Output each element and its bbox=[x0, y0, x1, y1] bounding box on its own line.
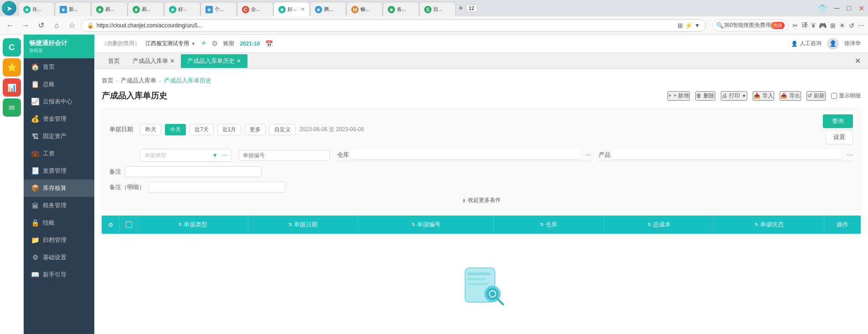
th-number[interactable]: ⇅ 单据编号 bbox=[358, 216, 494, 234]
browser-tab-2[interactable]: ◉ 新... bbox=[55, 2, 91, 16]
breadcrumb-home[interactable]: 首页 bbox=[102, 77, 113, 85]
warehouse-filter-input[interactable] bbox=[351, 149, 580, 160]
page-tab-history-close[interactable]: ✕ bbox=[236, 58, 241, 64]
number-filter-input[interactable] bbox=[239, 150, 330, 161]
bookmark-button[interactable]: ☆ bbox=[66, 19, 78, 32]
page-tab-history[interactable]: 产成品入库单历史 ✕ bbox=[181, 54, 247, 68]
add-account-button[interactable]: + bbox=[201, 39, 206, 48]
grid-icon[interactable]: ⊞ bbox=[678, 22, 683, 29]
sidebar-item-guide[interactable]: 📖 新手引导 bbox=[24, 266, 94, 283]
back-button[interactable]: ← bbox=[4, 19, 16, 32]
settings-button[interactable]: 设置 bbox=[826, 130, 853, 144]
user-consult-btn[interactable]: 👤 人工咨询 bbox=[791, 40, 822, 47]
th-date[interactable]: ⇅ 单据日期 bbox=[248, 216, 359, 234]
date-custom-btn[interactable]: 自定义 bbox=[269, 124, 296, 135]
sidebar-item-tax[interactable]: 🏛 税务管理 bbox=[24, 197, 94, 214]
browser-tab-9[interactable]: ◉ 腾... bbox=[310, 2, 346, 16]
note-filter-input[interactable] bbox=[125, 166, 262, 177]
theme-btn[interactable]: ☀ bbox=[839, 22, 845, 29]
browser-tab-11[interactable]: ◉ 各... bbox=[383, 2, 419, 16]
scissors-btn[interactable]: ✂ bbox=[792, 22, 798, 29]
browser-tab-7[interactable]: C 企... bbox=[237, 2, 273, 16]
th-warehouse[interactable]: ⇅ 仓库 bbox=[494, 216, 604, 234]
date-yesterday-btn[interactable]: 昨天 bbox=[140, 124, 161, 135]
browser-tab-8[interactable]: ◉ 好... ✕ bbox=[273, 2, 310, 16]
sidebar-item-home[interactable]: 🏠 首页 bbox=[24, 58, 94, 76]
browser-tab-3[interactable]: ◉ 易... bbox=[91, 2, 128, 16]
sidebar-item-ledger[interactable]: 📋 总账 bbox=[24, 76, 94, 93]
sidebar-item-cloud-reports[interactable]: 📈 云报表中心 bbox=[24, 93, 94, 110]
close-panel-button[interactable]: ✕ bbox=[855, 57, 861, 65]
date-1month-btn[interactable]: 近1月 bbox=[217, 124, 241, 135]
dropdown-arrow-icon[interactable]: ▼ bbox=[694, 22, 700, 29]
game-btn[interactable]: 🎮 bbox=[819, 22, 827, 29]
currency-btn[interactable]: ¥ bbox=[812, 22, 815, 29]
browser-tab-10[interactable]: M 畅... bbox=[346, 2, 383, 16]
show-fields-checkbox[interactable] bbox=[831, 93, 837, 99]
refresh-button[interactable]: ↺ 刷新 bbox=[806, 91, 826, 101]
date-7days-btn[interactable]: 近7天 bbox=[190, 124, 214, 135]
app-icon-chart[interactable]: 📊 bbox=[3, 78, 21, 97]
import-button[interactable]: 📥 导入 bbox=[753, 91, 774, 101]
show-fields-label[interactable]: 显示明细 bbox=[831, 92, 861, 100]
page-tab-home[interactable]: 首页 bbox=[102, 54, 126, 68]
refresh-button[interactable]: ↺ bbox=[35, 19, 47, 32]
account-settings-button[interactable]: ⚙ bbox=[211, 39, 218, 48]
th-checkbox[interactable] bbox=[120, 216, 138, 234]
type-select-dots[interactable]: ··· bbox=[221, 151, 227, 159]
sidebar-item-invoice[interactable]: 🧾 发票管理 bbox=[24, 162, 94, 180]
tab-close-8[interactable]: ✕ bbox=[301, 6, 305, 12]
app-icon-mail[interactable]: ✉ bbox=[3, 98, 21, 117]
browser-tab-4[interactable]: ◉ 易... bbox=[128, 2, 164, 16]
type-select[interactable]: 单据类型 ▼ ··· bbox=[140, 149, 231, 162]
select-all-checkbox[interactable] bbox=[126, 221, 132, 228]
sidebar-item-closing[interactable]: 🔒 结账 bbox=[24, 214, 94, 231]
calendar-icon[interactable]: 📅 bbox=[265, 40, 273, 47]
forward-button[interactable]: → bbox=[19, 19, 32, 32]
grid-btn[interactable]: ⊞ bbox=[830, 22, 836, 29]
shirt-icon-btn[interactable]: 👕 bbox=[816, 3, 829, 14]
period-value[interactable]: 2021-10 bbox=[240, 41, 260, 47]
breadcrumb-entry[interactable]: 产成品入库单 bbox=[121, 77, 156, 85]
page-tab-entry-close[interactable]: ✕ bbox=[170, 58, 175, 64]
new-tab-button[interactable]: + bbox=[456, 4, 466, 13]
app-icon-chanjet[interactable]: C bbox=[3, 38, 21, 57]
th-cost[interactable]: ⇅ 总成本 bbox=[604, 216, 714, 234]
sidebar-item-salary[interactable]: 💼 工资 bbox=[24, 145, 94, 162]
account-select[interactable]: 江西服宝测试专用 ▼ bbox=[145, 40, 196, 47]
close-window-button[interactable]: ✕ bbox=[857, 3, 866, 14]
browser-tab-5[interactable]: ◉ 好... bbox=[164, 2, 200, 16]
browser-tab-1[interactable]: ◉ 在... bbox=[18, 2, 55, 16]
more-btn[interactable]: ⋯ bbox=[858, 22, 864, 29]
th-type[interactable]: ⇅ 单据类型 bbox=[138, 216, 248, 234]
undo-btn[interactable]: ↺ bbox=[849, 22, 854, 29]
th-settings[interactable]: ⚙ bbox=[102, 216, 120, 234]
lightning-icon[interactable]: ⚡ bbox=[685, 22, 693, 29]
date-today-btn[interactable]: 今天 bbox=[165, 124, 186, 135]
th-status[interactable]: ⇅ 单据状态 bbox=[714, 216, 824, 234]
add-button[interactable]: + + 新增 bbox=[668, 91, 690, 101]
address-input-box[interactable]: 🔒 https://cloud.chanjet.com/accounting/u… bbox=[81, 19, 706, 32]
delete-button[interactable]: 🗑 删除 bbox=[695, 91, 715, 101]
product-dots[interactable]: ··· bbox=[847, 151, 853, 159]
sidebar-item-archive[interactable]: 📁 归档管理 bbox=[24, 231, 94, 249]
browser-search-box[interactable]: 🔍 360智能抠图免费用 热搜 bbox=[712, 20, 789, 31]
minimize-button[interactable]: ─ bbox=[832, 3, 841, 13]
app-icon-star[interactable]: ⭐ bbox=[3, 58, 21, 77]
home-button[interactable]: ⌂ bbox=[50, 19, 63, 32]
browser-tab-6[interactable]: ◉ 个... bbox=[200, 2, 237, 16]
search-button[interactable]: 查询 bbox=[823, 114, 853, 128]
warehouse-dots[interactable]: ··· bbox=[586, 151, 591, 159]
browser-tab-12[interactable]: S 目... bbox=[419, 2, 456, 16]
page-tab-entry[interactable]: 产成品入库单 ✕ bbox=[126, 54, 181, 68]
date-more-btn[interactable]: 更多 bbox=[245, 124, 266, 135]
sidebar-item-settings[interactable]: ⚙ 基础设置 bbox=[24, 249, 94, 266]
tab-count[interactable]: 12 bbox=[466, 5, 477, 12]
sidebar-item-fixed-assets[interactable]: 🏗 固定资产 bbox=[24, 128, 94, 145]
translate-btn[interactable]: 译 bbox=[801, 21, 808, 30]
detail-note-filter-input[interactable] bbox=[149, 182, 285, 193]
sidebar-item-inventory[interactable]: 📦 库存核算 bbox=[24, 180, 94, 197]
maximize-button[interactable]: □ bbox=[845, 3, 853, 13]
product-filter-input[interactable] bbox=[612, 149, 842, 160]
export-button[interactable]: 📤 导出 bbox=[780, 91, 801, 101]
